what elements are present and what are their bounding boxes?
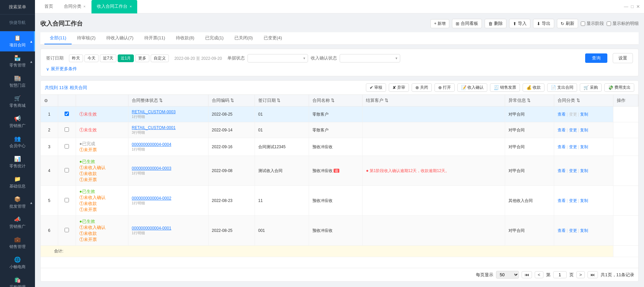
tab-income-workbench[interactable]: 收入合同工作台 ×	[91, 0, 137, 13]
expand-more-btn[interactable]: ∨ 展开更多条件	[46, 66, 633, 72]
last7days-btn[interactable]: 近7天	[100, 54, 116, 62]
sidebar-item-sales-mgmt[interactable]: 💼 销售管理	[0, 233, 35, 253]
op-变更-link[interactable]: 变更	[569, 198, 577, 203]
sidebar-item-ecomm[interactable]: 🌐 小畅电商	[0, 253, 35, 273]
op-变更-link[interactable]: 变更	[569, 145, 577, 149]
op-查看-link[interactable]: 查看	[558, 168, 566, 173]
sidebar-item-stats[interactable]: 📊 零售统计	[0, 152, 35, 172]
sidebar-item-sales-promote[interactable]: 📣 营销推广	[0, 213, 35, 233]
maximize-btn[interactable]: □	[631, 4, 634, 9]
row-checkbox[interactable]	[65, 127, 69, 132]
action-btn-采购[interactable]: 🛒 采购	[580, 83, 602, 92]
yesterday-btn[interactable]: 昨天	[69, 54, 83, 62]
first-page-btn[interactable]: ⏮	[522, 271, 532, 278]
col-sort-exception[interactable]: 异常信息 ⇅	[508, 98, 531, 103]
action-btn-关闭[interactable]: ⊗ 关闭	[412, 83, 432, 92]
sidebar-item-purchase[interactable]: 🛍️ 采购管理	[0, 273, 35, 287]
row-code-link[interactable]: 0000000000004-0003	[132, 166, 171, 171]
query-button[interactable]: 查询	[585, 53, 607, 63]
page-size-select[interactable]: 50 100	[496, 271, 519, 279]
set-button[interactable]: 设置	[613, 53, 633, 63]
action-btn-收入确认[interactable]: 📝 收入确认	[457, 83, 487, 92]
status-tab-pending-invoice[interactable]: 待开票(11)	[139, 32, 171, 44]
refresh-button[interactable]: ↻ 刷新	[557, 19, 578, 28]
close-btn[interactable]: ✕	[636, 4, 640, 9]
col-sort-customer[interactable]: 结算客户 ⇅	[366, 98, 388, 103]
status-tab-completed[interactable]: 已完成(1)	[200, 32, 229, 44]
sidebar-item-marketing[interactable]: 📢 营销推广	[0, 112, 35, 132]
op-变更-link[interactable]: 变更	[569, 128, 577, 132]
status-tab-pending-review[interactable]: 待审核(2)	[72, 32, 101, 44]
new-button[interactable]: + 新增	[430, 19, 449, 28]
row-code-link[interactable]: 0000000000004-0001	[132, 226, 171, 231]
more-btn[interactable]: 更多	[135, 54, 149, 62]
col-sort-code[interactable]: 合同编码 ⇅	[212, 98, 234, 103]
op-查看-link[interactable]: 查看	[558, 112, 566, 117]
col-sort-type[interactable]: 合同分类 ⇅	[558, 98, 580, 103]
sidebar-item-online[interactable]: 🛒 零售商城	[0, 92, 35, 112]
op-复制-link[interactable]: 复制	[580, 112, 588, 117]
action-btn-费用支出[interactable]: 💸 费用支出	[604, 83, 634, 92]
tab-contract-type[interactable]: 合同分类 ×	[59, 0, 91, 13]
page-number-input[interactable]	[553, 271, 567, 278]
sidebar-item-smart-store[interactable]: 🏬 智慧门店	[0, 72, 35, 92]
status-tab-changed[interactable]: 已变更(4)	[258, 32, 288, 44]
sidebar-search[interactable]: 搜索菜单	[0, 0, 35, 14]
row-checkbox[interactable]	[65, 168, 69, 172]
sidebar-item-batch[interactable]: 📦 批发管理 ▲	[0, 193, 35, 213]
row-code-link[interactable]: 0000000000004-0002	[132, 196, 171, 201]
show-stage-checkbox[interactable]: 显示阶段	[581, 20, 604, 27]
row-checkbox[interactable]	[65, 144, 69, 149]
op-复制-link[interactable]: 复制	[580, 128, 588, 132]
today-btn[interactable]: 今天	[84, 54, 99, 62]
op-复制-link[interactable]: 复制	[580, 168, 588, 173]
minimize-btn[interactable]: —	[624, 4, 628, 9]
sidebar-item-basic[interactable]: 📁 基础信息	[0, 172, 35, 193]
status-tab-pending-payment[interactable]: 待收款(8)	[171, 32, 200, 44]
export-button[interactable]: ⬇ 导出	[533, 19, 554, 28]
tab-close-income-workbench[interactable]: ×	[129, 4, 131, 8]
sidebar-item-retail[interactable]: 🏪 零售管理 ▲	[0, 51, 35, 72]
op-复制-link[interactable]: 复制	[580, 198, 588, 203]
last-page-btn[interactable]: ⏭	[588, 271, 598, 278]
import-button[interactable]: ⬆ 导入	[509, 19, 530, 28]
action-btn-弃审[interactable]: ✘ 弃审	[389, 83, 409, 92]
op-查看-link[interactable]: 查看	[558, 198, 566, 203]
op-复制-link[interactable]: 复制	[580, 228, 588, 233]
doc-status-select[interactable]	[248, 54, 308, 63]
col-sort-name[interactable]: 合同名称 ⇅	[312, 98, 335, 103]
status-tab-closed[interactable]: 已关闭(0)	[229, 32, 258, 44]
row-checkbox[interactable]	[65, 198, 69, 202]
table-settings-icon[interactable]: ⚙	[44, 98, 48, 103]
op-查看-link[interactable]: 查看	[558, 145, 566, 149]
row-code-link[interactable]: RETAIL_CUSTOM-0001	[132, 125, 176, 130]
row-code-link[interactable]: 0000000000004-0004	[132, 142, 171, 147]
show-detail-checkbox[interactable]: 显示标的明细	[607, 20, 639, 27]
sidebar-item-project[interactable]: 📋 项目合同 ▲	[0, 31, 35, 51]
delete-button[interactable]: 🗑 删除	[485, 19, 506, 28]
action-btn-销售发票[interactable]: 🧾 销售发票	[490, 83, 520, 92]
col-sort-overall_status[interactable]: 合同整体状态 ⇅	[132, 98, 163, 103]
col-sort-sign_date[interactable]: 签订日期 ⇅	[258, 98, 281, 103]
col-sort-operation[interactable]: 操作	[617, 98, 626, 103]
table-scroll-area[interactable]: ⚙合同整体状态 ⇅合同编码 ⇅签订日期 ⇅合同名称 ⇅结算客户 ⇅异常信息 ⇅合…	[41, 95, 638, 268]
custom-btn[interactable]: 自定义	[151, 54, 169, 62]
action-btn-审核[interactable]: ✔ 审核	[366, 83, 386, 92]
row-checkbox[interactable]	[65, 228, 69, 232]
action-btn-收款[interactable]: 💰 收款	[523, 83, 544, 92]
op-变更-link[interactable]: 变更	[569, 228, 577, 233]
action-btn-打开[interactable]: ⊕ 打开	[434, 83, 455, 92]
op-查看-link[interactable]: 查看	[558, 228, 566, 233]
op-复制-link[interactable]: 复制	[580, 145, 588, 149]
action-btn-支出合同[interactable]: 📄 支出合同	[547, 83, 577, 92]
row-code-link[interactable]: RETAIL_CUSTOM-0003	[132, 110, 176, 114]
prev-page-btn[interactable]: <	[535, 271, 543, 278]
row-checkbox[interactable]	[65, 112, 69, 116]
tab-home[interactable]: 首页	[39, 0, 59, 13]
tab-close-contract-type[interactable]: ×	[83, 4, 85, 8]
op-查看-link[interactable]: 查看	[558, 128, 566, 132]
kanban-button[interactable]: ⊞ 合同看板	[452, 19, 482, 28]
next-page-btn[interactable]: >	[576, 271, 585, 278]
sidebar-item-member[interactable]: 👥 会员中心	[0, 132, 35, 152]
last1month-btn[interactable]: 近1月	[118, 54, 134, 62]
